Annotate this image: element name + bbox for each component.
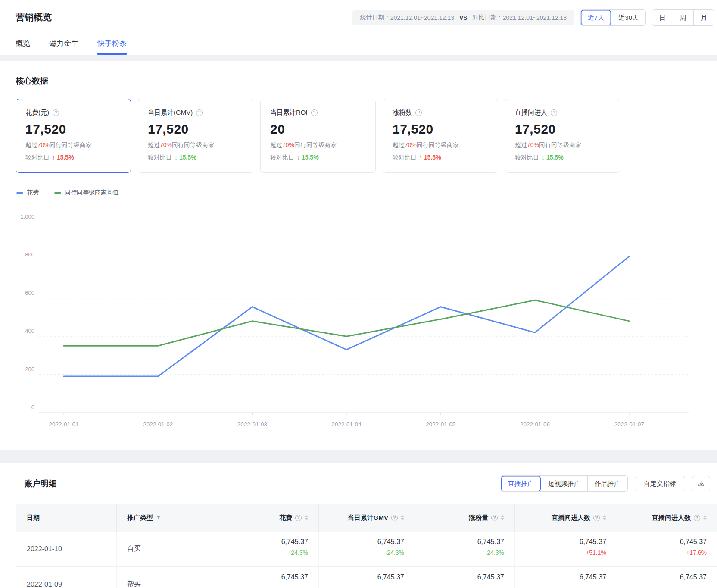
cell-value: 6,745.37 (580, 573, 606, 581)
compare-date-range: 2021.12.01~2021.12.13 (503, 14, 567, 21)
main-tab[interactable]: 概览 (16, 38, 30, 55)
column-label: 直播间进人数 (652, 514, 691, 522)
segmented-button[interactable]: 周 (673, 10, 693, 25)
compare-date-label: 对比日期： (473, 14, 503, 22)
main-tab-label: 快手粉条 (97, 39, 127, 47)
main-tabs: 概览磁力金牛快手粉条 (16, 38, 127, 55)
header: 营销概览 统计日期： 2021.12.01~2021.12.13 VS 对比日期… (0, 0, 717, 55)
sort-icon[interactable] (703, 515, 707, 520)
help-icon[interactable]: ? (196, 109, 203, 116)
metric-benchmark: 超过70%同行同等级商家 (270, 141, 366, 149)
custom-metric-button[interactable]: 自定义指标 (635, 476, 685, 491)
help-icon[interactable]: ? (295, 515, 302, 521)
help-icon[interactable]: ? (311, 109, 318, 116)
table-row[interactable]: 2022-01-10 自买 6,745.37 -24.3% 6,745.37 -… (16, 532, 717, 567)
metric-card[interactable]: 涨粉数 ? 17,520 超过70%同行同等级商家 较对比日↑ 15.5% (383, 99, 498, 173)
section-title-account: 账户明细 (24, 478, 57, 489)
help-icon[interactable]: ? (694, 515, 700, 521)
svg-text:2022-01-04: 2022-01-04 (332, 421, 362, 428)
metric-card[interactable]: 当日累计(GMV) ? 17,520 超过70%同行同等级商家 较对比日↓ 15… (138, 99, 253, 173)
metric-value: 17,520 (148, 122, 243, 137)
download-button[interactable] (692, 476, 710, 491)
table-column-header[interactable]: 涨粉量 ? (415, 504, 515, 532)
metric-benchmark: 超过70%同行同等级商家 (393, 141, 488, 149)
svg-text:2022-01-06: 2022-01-06 (520, 421, 550, 428)
account-detail-section: 账户明细 直播推广短视频推广作品推广 自定义指标 日期 ? 推广类型 ? (0, 463, 717, 588)
segmented-button[interactable]: 日 (652, 10, 673, 25)
segmented-button[interactable]: 近30天 (611, 10, 645, 25)
help-icon[interactable]: ? (593, 515, 600, 521)
chart-legend: 花费 同行同等级商家均值 (16, 188, 717, 197)
main-tab-label: 磁力金牛 (49, 39, 78, 47)
metric-benchmark: 超过70%同行同等级商家 (25, 141, 121, 149)
cell-value: 6,745.37 (580, 538, 606, 546)
metric-label: 直播间进人 (515, 109, 547, 117)
cell-date: 2022-01-09 (16, 567, 117, 588)
table-column-header[interactable]: 推广类型 ? (117, 504, 218, 532)
segmented-button[interactable]: 作品推广 (587, 476, 627, 491)
cell-metric: 6,745.37 +17.6% (617, 532, 717, 566)
segmented-button[interactable]: 月 (693, 10, 714, 25)
main-tab[interactable]: 快手粉条 (97, 38, 127, 55)
svg-text:2022-01-05: 2022-01-05 (426, 421, 455, 428)
sort-icon[interactable] (603, 515, 606, 520)
table-column-header[interactable]: 直播间进人数 ? (515, 504, 617, 532)
metric-value: 17,520 (393, 122, 488, 137)
segmented-button[interactable]: 近7天 (581, 10, 611, 25)
segmented-button[interactable]: 短视频推广 (541, 476, 587, 491)
help-icon[interactable]: ? (551, 109, 557, 116)
table-header-row: 日期 ? 推广类型 ? 花费 ? 当日累计GMV ? 涨粉量 ? 直播 (16, 504, 717, 532)
metric-card[interactable]: 直播间进人 ? 17,520 超过70%同行同等级商家 较对比日↓ 15.5% (505, 99, 620, 173)
column-label: 花费 (279, 514, 292, 522)
legend-item[interactable]: 同行同等级商家均值 (54, 189, 119, 197)
spend-trend-line-chart: 02004006008001,0002022-01-012022-01-0220… (0, 200, 717, 432)
sort-icon[interactable] (401, 515, 404, 520)
main-tab[interactable]: 磁力金牛 (49, 38, 78, 55)
date-range-display[interactable]: 统计日期： 2021.12.01~2021.12.13 VS 对比日期： 202… (352, 10, 574, 25)
legend-label: 花费 (27, 189, 39, 197)
cell-date: 2022-01-10 (16, 532, 117, 566)
help-icon[interactable]: ? (391, 515, 398, 521)
help-icon[interactable]: ? (415, 109, 422, 116)
table-actions: 直播推广短视频推广作品推广 自定义指标 (501, 475, 710, 492)
table-row[interactable]: 2022-01-09 帮买 6,745.37 6,745.37 6,745.37… (16, 567, 717, 588)
table-column-header[interactable]: 日期 ? (16, 504, 117, 532)
svg-text:0: 0 (31, 404, 34, 410)
section-divider (0, 450, 717, 463)
sort-icon[interactable] (305, 515, 308, 520)
cell-percent-change: +17.6% (686, 549, 707, 556)
column-label: 直播间进人数 (552, 514, 590, 522)
cell-metric: 6,745.37 (617, 567, 717, 588)
metric-label: 涨粉数 (393, 109, 412, 117)
cell-metric: 6,745.37 (218, 567, 319, 588)
metric-value: 17,520 (515, 122, 611, 137)
metric-value: 17,520 (25, 122, 121, 137)
section-title-core: 核心数据 (16, 75, 717, 87)
account-detail-table: 日期 ? 推广类型 ? 花费 ? 当日累计GMV ? 涨粉量 ? 直播 (16, 504, 717, 588)
granularity-button-group: 日周月 (652, 9, 714, 26)
table-column-header[interactable]: 当日累计GMV ? (319, 504, 415, 532)
segmented-button[interactable]: 直播推广 (501, 476, 541, 491)
metric-card[interactable]: 花费(元) ? 17,520 超过70%同行同等级商家 较对比日↑ 15.5% (16, 99, 131, 173)
svg-text:2022-01-01: 2022-01-01 (49, 421, 78, 428)
column-label: 日期 (27, 514, 40, 522)
help-icon[interactable]: ? (53, 109, 59, 116)
svg-text:800: 800 (25, 251, 34, 258)
table-column-header[interactable]: 花费 ? (218, 504, 319, 532)
cell-metric: 6,745.37 -24.3% (319, 532, 415, 566)
table-body: 2022-01-10 自买 6,745.37 -24.3% 6,745.37 -… (16, 532, 717, 588)
cell-promo-type: 自买 (117, 532, 218, 566)
cell-percent-change: -24.3% (385, 549, 404, 556)
svg-text:2022-01-07: 2022-01-07 (614, 421, 644, 428)
section-divider (0, 55, 717, 61)
legend-item[interactable]: 花费 (16, 189, 39, 197)
sort-icon[interactable] (501, 515, 504, 520)
cell-value: 6,745.37 (281, 573, 308, 581)
table-column-header[interactable]: 直播间进人数 ? (617, 504, 717, 532)
help-icon[interactable]: ? (491, 515, 498, 521)
metric-card[interactable]: 当日累计ROI ? 20 超过70%同行同等级商家 较对比日↓ 15.5% (260, 99, 376, 173)
filter-icon[interactable] (156, 515, 161, 520)
stat-date-range: 2021.12.01~2021.12.13 (390, 14, 454, 21)
svg-text:200: 200 (25, 366, 34, 372)
promo-tab-group: 直播推广短视频推广作品推广 (501, 475, 628, 492)
